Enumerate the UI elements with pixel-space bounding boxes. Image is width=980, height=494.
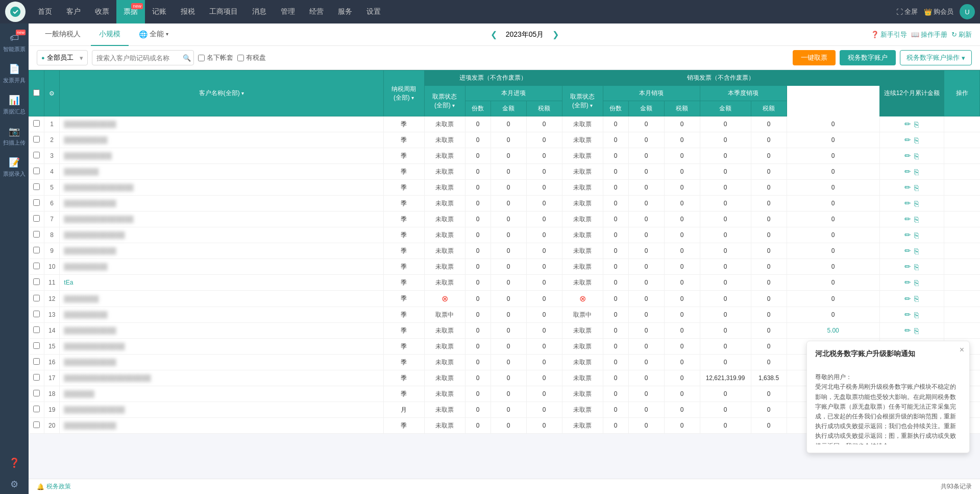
copy-icon[interactable]: ⎘ <box>914 168 919 176</box>
status-tag: 未取票 <box>573 247 592 254</box>
copy-icon[interactable]: ⎘ <box>914 136 919 145</box>
tax-digital-account-btn[interactable]: 税务数字账户 <box>840 50 896 65</box>
checkbox-under-account[interactable]: 名下帐套 <box>198 53 233 62</box>
nav-item-accounting[interactable]: 记账 <box>145 0 174 23</box>
nav-item-customer[interactable]: 客户 <box>59 0 88 23</box>
nav-item-ticket[interactable]: 票据 new <box>116 0 145 23</box>
row-checkbox-cell <box>29 211 44 227</box>
fullscreen-btn[interactable]: ⛶ 全屏 <box>896 7 918 16</box>
tab-small-scale[interactable]: 小规模 <box>91 23 129 46</box>
row-checkbox[interactable] <box>33 311 40 317</box>
edit-icon[interactable]: ✏ <box>904 167 911 176</box>
nav-item-settings[interactable]: 设置 <box>359 0 388 23</box>
nav-item-receive[interactable]: 收票 <box>88 0 116 23</box>
edit-icon[interactable]: ✏ <box>904 246 911 255</box>
vip-btn[interactable]: 👑 购会员 <box>924 7 953 16</box>
nav-item-operate[interactable]: 经营 <box>302 0 331 23</box>
edit-icon[interactable]: ✏ <box>904 215 911 224</box>
copy-icon[interactable]: ⎘ <box>914 263 919 271</box>
edit-icon[interactable]: ✏ <box>904 151 911 160</box>
notification-close-btn[interactable]: × <box>960 345 964 355</box>
row-number: 14 <box>44 323 60 339</box>
period-next-btn[interactable]: ❯ <box>550 29 561 40</box>
row-checkbox[interactable] <box>33 136 40 143</box>
nav-item-message[interactable]: 消息 <box>245 0 274 23</box>
row-checkbox[interactable] <box>33 120 40 127</box>
tab-general-taxpayer[interactable]: 一般纳税人 <box>37 23 89 46</box>
edit-icon[interactable]: ✏ <box>904 183 911 192</box>
sidebar-item-entry[interactable]: 📝 票据录入 <box>1 153 28 182</box>
period-prev-btn[interactable]: ❮ <box>488 29 500 40</box>
row-checkbox[interactable] <box>33 406 40 412</box>
search-input[interactable] <box>92 50 194 65</box>
copy-icon[interactable]: ⎘ <box>914 199 919 208</box>
checkbox-has-tax-disk-input[interactable] <box>237 55 244 61</box>
copy-icon[interactable]: ⎘ <box>914 278 919 287</box>
new-guide-btn[interactable]: ❓ 新手引导 <box>871 30 907 39</box>
nav-items: 首页 客户 收票 票据 new 记账 报税 工商项目 消息 管理 经营 服务 设… <box>31 0 896 23</box>
row-number: 18 <box>44 386 60 402</box>
copy-icon[interactable]: ⎘ <box>914 120 919 129</box>
row-checkbox[interactable] <box>33 199 40 206</box>
copy-icon[interactable]: ⎘ <box>914 247 919 255</box>
copy-icon[interactable]: ⎘ <box>914 311 919 319</box>
out-status-cell: 未取票 <box>562 211 603 227</box>
copy-icon[interactable]: ⎘ <box>914 215 919 224</box>
in-amount-cell: 0 <box>491 275 526 291</box>
edit-icon[interactable]: ✏ <box>904 278 911 287</box>
search-button[interactable]: 🔍 <box>183 54 191 62</box>
one-click-ticket-btn[interactable]: 一键取票 <box>793 50 836 65</box>
edit-icon[interactable]: ✏ <box>904 199 911 208</box>
row-checkbox[interactable] <box>33 278 40 285</box>
sidebar-item-scan[interactable]: 📷 扫描上传 <box>1 122 28 151</box>
edit-icon[interactable]: ✏ <box>904 262 911 271</box>
edit-icon[interactable]: ✏ <box>904 135 911 145</box>
row-checkbox[interactable] <box>33 183 40 190</box>
copy-icon[interactable]: ⎘ <box>914 231 919 240</box>
copy-icon[interactable]: ⎘ <box>914 152 919 160</box>
row-checkbox[interactable] <box>33 152 40 158</box>
nav-item-service[interactable]: 服务 <box>331 0 359 23</box>
sidebar-item-invoice[interactable]: 📄 发票开具 <box>1 59 28 88</box>
row-checkbox[interactable] <box>33 421 40 428</box>
nav-item-home[interactable]: 首页 <box>31 0 59 23</box>
row-checkbox[interactable] <box>33 342 40 349</box>
checkbox-has-tax-disk[interactable]: 有税盘 <box>237 53 266 62</box>
sidebar-item-summary[interactable]: 📊 票据汇总 <box>1 90 28 120</box>
nav-item-manage[interactable]: 管理 <box>274 0 302 23</box>
edit-icon[interactable]: ✏ <box>904 310 911 319</box>
row-checkbox-cell <box>29 275 44 291</box>
row-checkbox[interactable] <box>33 358 40 365</box>
row-checkbox[interactable] <box>33 247 40 253</box>
row-checkbox[interactable] <box>33 263 40 269</box>
edit-icon[interactable]: ✏ <box>904 326 911 335</box>
tab-all[interactable]: 🌐 全能 ▾ <box>131 23 177 46</box>
edit-icon[interactable]: ✏ <box>904 294 911 303</box>
nav-item-tax[interactable]: 报税 <box>174 0 202 23</box>
user-avatar[interactable]: U <box>960 4 975 19</box>
edit-icon[interactable]: ✏ <box>904 230 911 240</box>
row-checkbox[interactable] <box>33 215 40 222</box>
sidebar-item-help[interactable]: ❓ <box>1 453 28 473</box>
row-checkbox[interactable] <box>33 390 40 396</box>
row-checkbox[interactable] <box>33 231 40 238</box>
tax-digital-account-ops-btn[interactable]: 税务数字账户操作 ▾ <box>900 50 972 65</box>
tax-policy-link[interactable]: 税务政策 <box>46 482 71 491</box>
checkbox-under-account-input[interactable] <box>198 55 205 61</box>
row-checkbox[interactable] <box>33 295 40 301</box>
sidebar-item-smart-ticket[interactable]: 🏷 智能票票 new <box>1 29 28 57</box>
copy-icon[interactable]: ⎘ <box>914 294 919 303</box>
select-all-checkbox[interactable] <box>33 89 40 96</box>
sidebar-item-settings-bottom[interactable]: ⚙ <box>1 475 28 494</box>
copy-icon[interactable]: ⎘ <box>914 183 919 192</box>
copy-icon[interactable]: ⎘ <box>914 326 919 335</box>
nav-item-business[interactable]: 工商项目 <box>202 0 245 23</box>
tax-period-cell: 季 <box>383 355 424 370</box>
refresh-btn[interactable]: ↻ 刷新 <box>951 30 972 39</box>
manual-btn[interactable]: 📖 操作手册 <box>911 30 947 39</box>
row-checkbox[interactable] <box>33 374 40 381</box>
edit-icon[interactable]: ✏ <box>904 120 911 129</box>
employee-select[interactable]: ● 全部员工 ▾ <box>37 50 88 65</box>
row-checkbox[interactable] <box>33 326 40 333</box>
row-checkbox[interactable] <box>33 168 40 174</box>
